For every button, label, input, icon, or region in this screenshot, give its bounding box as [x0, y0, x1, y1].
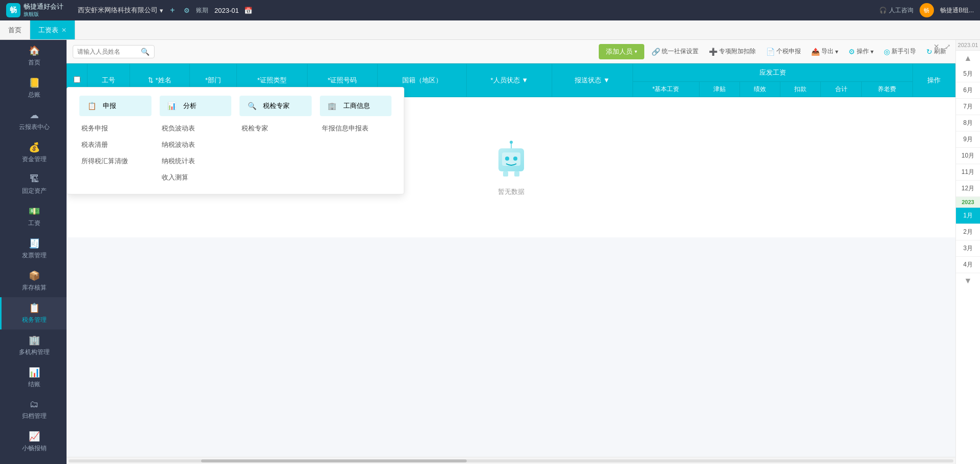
tab-home-label: 首页 — [8, 26, 21, 35]
sort-name-icon: ⇅ — [148, 76, 154, 84]
special-deduction-button[interactable]: ➕ 专项附加扣除 — [706, 45, 759, 58]
tab-salary-close[interactable]: ✕ — [61, 27, 67, 34]
sidebar-item-fixed-assets[interactable]: 🏗 固定资产 — [0, 169, 67, 201]
special-deduction-icon: ➕ — [709, 48, 717, 56]
calendar-icon[interactable]: 📅 — [243, 5, 253, 15]
date-month-1-2023[interactable]: 1月 — [956, 208, 980, 224]
th-pension: 养老费 — [861, 82, 912, 97]
scroll-thumb[interactable] — [201, 459, 467, 462]
date-month-9-2022[interactable]: 9月 — [956, 131, 980, 148]
menu-item-income-tax-settlement[interactable]: 所得税汇算清缴 — [79, 153, 151, 169]
company-dropdown-icon: ▾ — [160, 7, 163, 14]
select-all-checkbox[interactable] — [74, 76, 80, 83]
search-wrapper: 🔍 — [73, 45, 155, 58]
top-bar: 畅 畅捷通好会计 旗舰版 西安虾米网络科技有限公司 ▾ + ⚙ 账期 2023-… — [0, 0, 980, 20]
date-month-2-2023[interactable]: 2月 — [956, 224, 980, 240]
menu-item-tax-expert[interactable]: 税检专家 — [239, 120, 312, 137]
add-person-button[interactable]: 添加人员 ▾ — [599, 44, 644, 59]
menu-item-tax-declaration[interactable]: 税务申报 — [79, 120, 151, 137]
menu-item-tax-fluctuation[interactable]: 纳税波动表 — [160, 137, 232, 153]
filter-icon-report[interactable]: ▼ — [603, 76, 610, 84]
date-month-5-2022[interactable]: 5月 — [956, 66, 980, 82]
sidebar-item-tax[interactable]: 📋 税务管理 — [0, 297, 67, 329]
current-year-label: 2023 — [956, 197, 980, 208]
settings-icon[interactable]: ⚙ — [182, 5, 192, 15]
sidebar-item-invoice[interactable]: 🧾 发票管理 — [0, 233, 67, 265]
report-sales-icon: 📈 — [29, 431, 40, 442]
top-bar-left: 畅 畅捷通好会计 旗舰版 西安虾米网络科技有限公司 ▾ + ⚙ 账期 2023-… — [6, 3, 253, 18]
date-month-12-2022[interactable]: 12月 — [956, 181, 980, 197]
sidebar-item-capital[interactable]: 💰 资金管理 — [0, 137, 67, 169]
company-name: 西安虾米网络科技有限公司 — [78, 6, 158, 15]
export-dropdown-arrow: ▾ — [835, 48, 838, 55]
tab-salary[interactable]: 工资表 ✕ — [30, 20, 75, 39]
date-month-3-2023[interactable]: 3月 — [956, 240, 980, 257]
sidebar-label-multi-org: 多机构管理 — [19, 348, 50, 357]
new-guide-toolbar-button[interactable]: ◎ 新手引导 — [881, 45, 919, 58]
svg-rect-1 — [502, 152, 520, 166]
dropdown-col-tax-expert-header: 🔍 税检专家 — [239, 96, 312, 116]
date-month-8-2022[interactable]: 8月 — [956, 115, 980, 131]
sidebar-item-cloud-report[interactable]: ☁ 云报表中心 — [0, 104, 67, 137]
th-performance: 绩效 — [739, 82, 780, 97]
operations-label: 操作 — [857, 47, 869, 56]
date-month-6-2022[interactable]: 6月 — [956, 82, 980, 99]
menu-item-tax-burden-fluctuation[interactable]: 税负波动表 — [160, 120, 232, 137]
menu-item-tax-table-register[interactable]: 税表清册 — [79, 137, 151, 153]
search-input[interactable] — [77, 48, 139, 55]
salary-icon: 💵 — [29, 206, 40, 217]
date-nav-down-button[interactable]: ▼ — [956, 273, 980, 289]
scroll-track — [69, 459, 953, 462]
date-month-4-2023[interactable]: 4月 — [956, 257, 980, 273]
search-icon: 🔍 — [141, 48, 149, 56]
company-selector[interactable]: 西安虾米网络科技有限公司 ▾ — [78, 6, 163, 15]
operations-dropdown-arrow: ▾ — [870, 48, 874, 55]
sidebar-label-inventory: 库存核算 — [22, 283, 47, 292]
sidebar-item-ledger[interactable]: 📒 总账 — [0, 72, 67, 104]
content-area: ✕ ⤢ 🔍 添加人员 ▾ 🔗 统一社保设置 ➕ 专项附加扣除 📄 — [67, 40, 955, 464]
dropdown-col-biz-info-header: 🏢 工商信息 — [320, 96, 392, 116]
multi-org-icon: 🏢 — [29, 335, 40, 346]
sidebar-item-multi-org[interactable]: 🏢 多机构管理 — [0, 329, 67, 362]
sidebar-item-report-sales[interactable]: 📈 小畅报销 — [0, 426, 67, 458]
dropdown-col-analysis-header: 📊 分析 — [160, 96, 232, 116]
tab-home[interactable]: 首页 — [0, 20, 30, 39]
sidebar-item-archive[interactable]: 🗂 归档管理 — [0, 394, 67, 426]
menu-item-income-forecast[interactable]: 收入测算 — [160, 169, 232, 186]
th-payroll: 应发工资 — [633, 64, 912, 82]
operations-button[interactable]: ⚙ 操作 ▾ — [845, 45, 877, 58]
sidebar-label-report-sales: 小畅报销 — [22, 444, 47, 453]
sidebar-label-ledger: 总账 — [28, 91, 40, 99]
ledger-icon: 📒 — [29, 77, 40, 89]
archive-icon: 🗂 — [30, 399, 39, 410]
window-close-button[interactable]: ✕ — [932, 42, 941, 51]
sidebar-item-inventory[interactable]: 📦 库存核算 — [0, 265, 67, 297]
capital-icon: 💰 — [29, 142, 40, 153]
menu-item-tax-stats[interactable]: 纳税统计表 — [160, 153, 232, 169]
declaration-title: 申报 — [103, 101, 116, 111]
settlement-icon: 📊 — [29, 367, 40, 378]
sidebar-label-invoice: 发票管理 — [22, 251, 47, 260]
sidebar-item-basic-settings[interactable]: ⚙ 基础设置 — [0, 458, 67, 464]
th-report-status: 报送状态 ▼ — [552, 64, 633, 97]
sidebar-item-settlement[interactable]: 📊 结账 — [0, 362, 67, 394]
th-personnel-status: *人员状态 ▼ — [467, 64, 552, 97]
window-expand-button[interactable]: ⤢ — [943, 42, 952, 51]
tax-icon: 📋 — [29, 302, 40, 314]
date-month-11-2022[interactable]: 11月 — [956, 164, 980, 181]
social-security-button[interactable]: 🔗 统一社保设置 — [648, 45, 702, 58]
sidebar-item-home[interactable]: 🏠 首页 — [0, 40, 67, 72]
date-nav-up-button[interactable]: ▲ — [956, 51, 980, 66]
new-guide-toolbar-icon: ◎ — [884, 48, 890, 56]
date-month-10-2022[interactable]: 10月 — [956, 148, 980, 164]
top-bar-right: 🎧 人工咨询 畅 畅捷通B组... — [879, 3, 974, 17]
sidebar-item-salary[interactable]: 💵 工资 — [0, 201, 67, 233]
add-company-button[interactable]: + — [167, 5, 178, 15]
filter-icon-personnel[interactable]: ▼ — [521, 76, 528, 84]
menu-item-annual-report[interactable]: 年报信息申报表 — [320, 120, 392, 137]
customer-service-button[interactable]: 🎧 人工咨询 — [879, 6, 913, 15]
individual-tax-button[interactable]: 📄 个税申报 — [763, 45, 804, 58]
export-button[interactable]: 📤 导出 ▾ — [808, 45, 841, 58]
invoice-icon: 🧾 — [29, 238, 40, 249]
date-month-7-2022[interactable]: 7月 — [956, 99, 980, 115]
